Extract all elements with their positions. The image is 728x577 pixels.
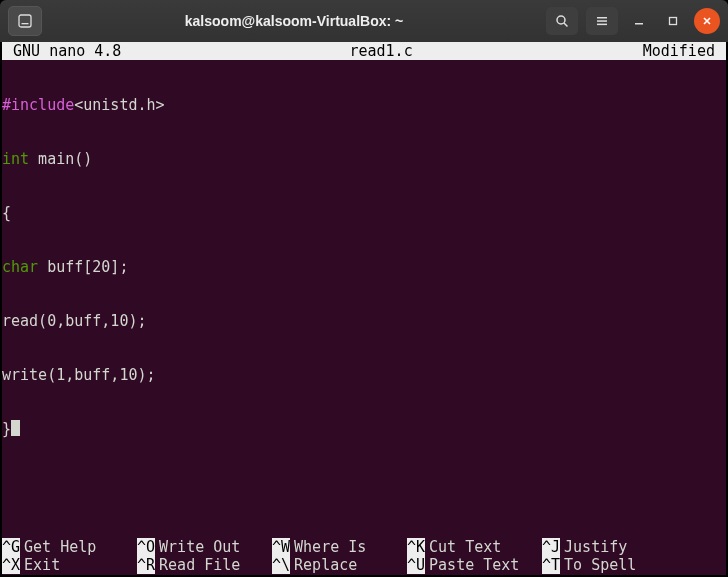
help-write-out: ^OWrite Out: [137, 538, 272, 556]
nano-help-bar: ^GGet Help ^OWrite Out ^WWhere Is ^KCut …: [2, 538, 726, 575]
menu-button[interactable]: [586, 7, 618, 35]
close-button[interactable]: [694, 8, 720, 34]
search-button[interactable]: [546, 7, 578, 35]
window-title: kalsoom@kalsoom-VirtualBox: ~: [50, 13, 538, 29]
code-editor-content[interactable]: #include<unistd.h> int main() { char buf…: [2, 60, 726, 474]
svg-rect-7: [635, 23, 643, 25]
maximize-icon: [667, 15, 679, 27]
svg-rect-8: [670, 18, 677, 25]
minimize-button[interactable]: [626, 8, 652, 34]
help-justify: ^JJustify: [542, 538, 677, 556]
svg-rect-4: [597, 17, 607, 19]
nano-status-bar: GNU nano 4.8 read1.c Modified: [2, 42, 726, 60]
svg-point-2: [557, 16, 565, 24]
new-tab-button[interactable]: [8, 6, 42, 36]
help-replace: ^\Replace: [272, 556, 407, 574]
help-exit: ^XExit: [2, 556, 137, 574]
help-read-file: ^RRead File: [137, 556, 272, 574]
help-where-is: ^WWhere Is: [272, 538, 407, 556]
close-icon: [701, 15, 713, 27]
terminal-tab-icon: [18, 14, 32, 28]
svg-rect-6: [597, 24, 607, 26]
nano-filename: read1.c: [125, 42, 636, 60]
hamburger-icon: [595, 14, 609, 28]
code-line: }: [2, 420, 726, 438]
code-line: write(1,buff,10);: [2, 366, 726, 384]
preproc-token: #include: [2, 96, 74, 114]
help-cut-text: ^KCut Text: [407, 538, 542, 556]
svg-rect-0: [19, 15, 31, 27]
help-paste-text: ^UPaste Text: [407, 556, 542, 574]
search-icon: [555, 14, 569, 28]
maximize-button[interactable]: [660, 8, 686, 34]
minimize-icon: [633, 15, 645, 27]
help-get-help: ^GGet Help: [2, 538, 137, 556]
code-line: {: [2, 204, 726, 222]
type-token: char: [2, 258, 38, 276]
code-line: int main(): [2, 150, 726, 168]
help-to-spell: ^TTo Spell: [542, 556, 677, 574]
terminal-area[interactable]: GNU nano 4.8 read1.c Modified #include<u…: [2, 42, 726, 575]
type-token: int: [2, 150, 29, 168]
help-row: ^XExit ^RRead File ^\Replace ^UPaste Tex…: [2, 556, 726, 574]
text-cursor: [11, 420, 20, 436]
nano-version: GNU nano 4.8: [2, 42, 125, 60]
titlebar: kalsoom@kalsoom-VirtualBox: ~: [0, 0, 728, 42]
code-line: read(0,buff,10);: [2, 312, 726, 330]
help-row: ^GGet Help ^OWrite Out ^WWhere Is ^KCut …: [2, 538, 726, 556]
svg-rect-1: [22, 23, 29, 24]
nano-modified-flag: Modified: [637, 42, 726, 60]
svg-line-3: [564, 23, 568, 27]
code-line: #include<unistd.h>: [2, 96, 726, 114]
code-line: char buff[20];: [2, 258, 726, 276]
svg-rect-5: [597, 20, 607, 22]
